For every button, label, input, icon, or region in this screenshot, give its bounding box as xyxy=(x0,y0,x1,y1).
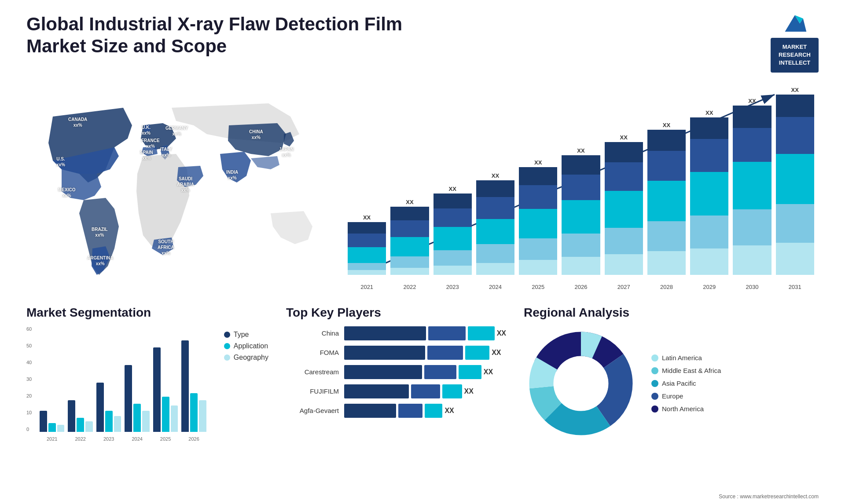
player-bar-china: XX xyxy=(344,326,506,340)
regional-content: Latin America Middle East & Africa Asia … xyxy=(524,326,819,441)
north-america-dot xyxy=(651,405,658,413)
x-label-2021: 2021 xyxy=(348,284,386,290)
map-svg xyxy=(26,81,334,292)
legend-geography: Geography xyxy=(224,354,268,362)
donut-chart xyxy=(524,326,638,441)
logo-icon xyxy=(782,13,808,35)
page-container: Global Industrial X-ray Flaw Detection F… xyxy=(0,0,845,504)
seg-group-2023 xyxy=(96,383,121,432)
legend-latin-america: Latin America xyxy=(651,354,721,362)
seg-legend: Type Application Geography xyxy=(224,331,268,362)
segmentation-title: Market Segmentation xyxy=(26,306,268,320)
latin-america-dot xyxy=(651,354,658,362)
key-players-title: Top Key Players xyxy=(286,306,506,320)
seg-chart-area: 6050403020100 xyxy=(26,326,206,442)
player-bar-fujifilm: XX xyxy=(344,384,506,398)
x-label-2025: 2025 xyxy=(519,284,557,290)
bottom-section: Market Segmentation 6050403020100 xyxy=(26,306,819,473)
map-section: CANADAxx% U.S.xx% MEXICOxx% BRAZILxx% AR… xyxy=(26,81,334,292)
bar-group-2027: XX xyxy=(605,134,643,275)
logo-area: MARKET RESEARCH INTELLECT xyxy=(771,13,819,73)
player-bar-agfa: XX xyxy=(344,404,506,418)
bar-group-2023: XX xyxy=(434,186,472,275)
legend-europe: Europe xyxy=(651,392,721,400)
legend-application: Application xyxy=(224,342,268,350)
legend-asia-pacific: Asia Pacific xyxy=(651,380,721,387)
bar-group-2029: XX xyxy=(690,110,728,275)
player-row-china: China XX xyxy=(286,326,506,340)
x-label-2029: 2029 xyxy=(690,284,728,290)
x-label-2027: 2027 xyxy=(605,284,643,290)
type-dot xyxy=(224,332,230,338)
donut-svg xyxy=(524,326,638,441)
bar-group-2021: XX xyxy=(348,214,386,275)
main-content: CANADAxx% U.S.xx% MEXICOxx% BRAZILxx% AR… xyxy=(26,81,819,292)
page-title: Global Industrial X-ray Flaw Detection F… xyxy=(26,13,422,58)
segmentation-section: Market Segmentation 6050403020100 xyxy=(26,306,268,473)
seg-bottom: 6050403020100 xyxy=(26,326,268,442)
svg-point-9 xyxy=(554,356,608,411)
player-row-agfa: Agfa-Gevaert XX xyxy=(286,404,506,418)
europe-dot xyxy=(651,393,658,400)
x-label-2023: 2023 xyxy=(434,284,472,290)
x-axis-labels: 2021 2022 2023 2024 2025 2026 2027 2028 … xyxy=(348,284,814,290)
legend-mea: Middle East & Africa xyxy=(651,367,721,374)
players-list: China XX FOMA XX xyxy=(286,326,506,418)
player-bar-foma: XX xyxy=(344,346,506,360)
x-label-2022: 2022 xyxy=(390,284,429,290)
application-dot xyxy=(224,343,230,349)
bar-chart: XX XX xyxy=(343,81,819,292)
player-row-carestream: Carestream XX xyxy=(286,365,506,379)
legend-type: Type xyxy=(224,331,268,339)
asia-pacific-dot xyxy=(651,380,658,387)
x-label-2024: 2024 xyxy=(476,284,514,290)
mea-dot xyxy=(651,367,658,374)
seg-group-2022 xyxy=(68,400,92,432)
source-text: Source : www.marketresearchintellect.com xyxy=(719,493,819,500)
bar-group-2025: XX xyxy=(519,159,557,275)
seg-y-axis: 6050403020100 xyxy=(26,326,32,432)
logo-box: MARKET RESEARCH INTELLECT xyxy=(771,38,819,73)
bar-group-2030: XX xyxy=(733,98,771,275)
geography-dot xyxy=(224,354,230,361)
legend-north-america: North America xyxy=(651,405,721,413)
seg-group-2024 xyxy=(125,365,149,432)
svg-marker-0 xyxy=(785,15,806,32)
x-label-2030: 2030 xyxy=(733,284,771,290)
regional-legend: Latin America Middle East & Africa Asia … xyxy=(651,354,721,413)
seg-x-labels: 2021 2022 2023 2024 2025 2026 xyxy=(26,436,206,442)
chart-section: XX XX xyxy=(343,81,819,292)
x-label-2031: 2031 xyxy=(776,284,814,290)
bars-area: XX XX xyxy=(348,95,814,275)
player-row-fujifilm: FUJIFILM XX xyxy=(286,384,506,398)
header: Global Industrial X-ray Flaw Detection F… xyxy=(26,13,819,73)
x-label-2026: 2026 xyxy=(562,284,600,290)
regional-title: Regional Analysis xyxy=(524,306,819,320)
seg-group-2026 xyxy=(181,340,206,432)
bar-group-2026: XX xyxy=(562,147,600,275)
world-map: CANADAxx% U.S.xx% MEXICOxx% BRAZILxx% AR… xyxy=(26,81,334,292)
player-row-foma: FOMA XX xyxy=(286,346,506,360)
regional-section: Regional Analysis xyxy=(524,306,819,473)
seg-chart: 6050403020100 xyxy=(26,326,206,432)
bar-group-2022: XX xyxy=(390,199,429,275)
bar-group-2028: XX xyxy=(647,122,686,275)
x-label-2028: 2028 xyxy=(647,284,686,290)
bar-group-2024: XX xyxy=(476,172,514,275)
seg-group-2021 xyxy=(40,411,64,432)
player-bar-carestream: XX xyxy=(344,365,506,379)
seg-group-2025 xyxy=(153,347,178,432)
key-players-section: Top Key Players China XX FOMA xyxy=(286,306,506,473)
bar-group-2031: XX xyxy=(776,87,814,275)
